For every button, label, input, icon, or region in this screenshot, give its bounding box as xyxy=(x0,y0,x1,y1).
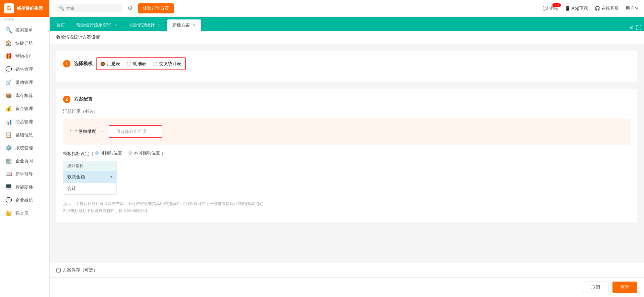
metrics-total: 合计 xyxy=(63,183,116,194)
message-badge: 99+ xyxy=(552,3,561,7)
search-input[interactable] xyxy=(66,6,113,11)
search-icon: 🔍 xyxy=(59,6,64,11)
metrics-label: 模板指标设定（ 可拖动位置 不可拖动位置 ） xyxy=(63,150,631,157)
step2-card: 2 方案配置 汇总维度（必选） * * 纵向维度 → 请选择分组维度 xyxy=(56,89,637,222)
template-options: 汇总表 明细表 交叉统计表 xyxy=(96,57,186,70)
sidebar-item-purchase[interactable]: 🛒 采购管理 xyxy=(0,76,49,89)
page-header: 收款情况统计方案设置 xyxy=(50,31,644,44)
save-option[interactable]: 方案保存（可选） xyxy=(56,267,98,273)
crown-icon: 👑 xyxy=(5,210,12,216)
radio-cross[interactable]: 交叉统计表 xyxy=(153,61,181,67)
tab-collection[interactable]: 收款情况统计 ✕ xyxy=(123,19,166,31)
settings-icon[interactable]: ⚙ xyxy=(127,5,133,12)
non-draggable-legend: 不可拖动位置 xyxy=(128,150,160,156)
sidebar-item-basics[interactable]: 📋 基础信息 xyxy=(0,128,49,141)
tab-home[interactable]: 首页 xyxy=(51,19,70,31)
message-badge-wrap[interactable]: 💬 消息 99+ xyxy=(543,5,558,11)
sidebar-item-marketing[interactable]: 🎁 营销推广 xyxy=(0,50,49,63)
step2-num: 2 xyxy=(63,96,70,103)
radio-summary-label: 汇总表 xyxy=(107,61,120,67)
sidebar-item-weixin[interactable]: 💬 企业微信 xyxy=(0,194,49,207)
search-icon: 🔍 xyxy=(5,27,12,33)
book-icon: 📖 xyxy=(5,171,12,177)
dimension-placeholder: 请选择分组维度 xyxy=(116,129,147,134)
app-download-label: App下载 xyxy=(572,5,588,11)
tab-collection-close-icon[interactable]: ✕ xyxy=(158,23,161,28)
sidebar-item-search[interactable]: 🔍 搜索菜单 xyxy=(0,23,49,37)
app-download-wrap[interactable]: 📱 App下载 xyxy=(565,5,588,11)
monitor-icon: 🖥️ xyxy=(5,184,12,190)
tab-bank-close-icon[interactable]: ✕ xyxy=(114,23,117,28)
sidebar-item-label: 营销推广 xyxy=(15,53,33,59)
box-icon: 📦 xyxy=(5,92,12,99)
close-window-icon[interactable]: ✕ xyxy=(629,24,633,31)
step2-header: 2 方案配置 xyxy=(63,96,631,103)
sidebar-item-hardware[interactable]: 🖥️ 智能硬件 xyxy=(0,181,49,194)
sidebar-item-label: 库存核算 xyxy=(15,93,33,99)
cell-label: 收款金额 xyxy=(67,174,85,180)
dimension-selector[interactable]: 请选择分组维度 xyxy=(109,125,162,138)
cancel-button[interactable]: 取消 xyxy=(583,282,608,293)
tab-bank[interactable]: 现金银行流水查询 ✕ xyxy=(71,19,123,31)
industry-button[interactable]: 体验行业方案 xyxy=(138,3,174,13)
save-checkbox[interactable] xyxy=(56,268,61,273)
sidebar-item-operations[interactable]: 📊 经营管理 xyxy=(0,115,49,128)
sidebar-item-member[interactable]: 👑 畅会员 xyxy=(0,207,49,220)
chat-icon: 💬 xyxy=(5,66,12,72)
step1-header: 1 选择模板 汇总表 明细表 交叉统计表 xyxy=(63,57,631,70)
tab-home-label: 首页 xyxy=(56,22,65,28)
tab-new-plan[interactable]: 新建方案 ✕ xyxy=(167,19,201,31)
step1-title: 选择模板 xyxy=(74,61,93,67)
sidebar-item-system[interactable]: ⚙️ 系统管理 xyxy=(0,141,49,154)
cart-icon: 🛒 xyxy=(5,79,12,86)
logo-text: 畅捷通好生意 xyxy=(17,5,43,11)
tab-collection-label: 收款情况统计 xyxy=(129,22,155,28)
maximize-icon[interactable]: ⛶ xyxy=(636,25,641,31)
building-icon: 🏢 xyxy=(5,158,12,164)
sidebar-item-inventory[interactable]: 📦 库存核算 xyxy=(0,89,49,102)
page-title: 收款情况统计方案设置 xyxy=(56,35,100,40)
draggable-legend: 可拖动位置 xyxy=(95,150,122,156)
sidebar-item-enterprise[interactable]: 🏢 企业协同 xyxy=(0,154,49,167)
logo-icon: B xyxy=(4,3,14,13)
gift-icon: 🎁 xyxy=(5,53,12,59)
home-icon: 🏠 xyxy=(5,40,12,46)
tab-new-plan-close-icon[interactable]: ✕ xyxy=(193,23,196,28)
metrics-table: 统计指标 收款金额 ▾ 合计 xyxy=(63,161,117,195)
radio-detail[interactable]: 明细表 xyxy=(127,61,146,67)
sidebar-logo: B 畅捷通好生意 xyxy=(0,0,49,17)
required-asterisk: * xyxy=(70,129,71,134)
wechat-icon: 💬 xyxy=(5,197,12,203)
mobile-icon: 📱 xyxy=(565,6,570,11)
sidebar-badge: 标准版 xyxy=(0,17,49,23)
list-icon: 📋 xyxy=(5,132,12,138)
sidebar-item-finance[interactable]: 💰 资金管理 xyxy=(0,102,49,115)
sidebar-item-quicknav[interactable]: 🏠 快捷导航 xyxy=(0,37,49,50)
tips-area: 提示： 1.拖动标题栏可以调整布局，不可跨维度或指标区域拖动栏目字段(只能在同一… xyxy=(63,201,631,214)
sidebar-item-newbie[interactable]: 📖 新手引导 xyxy=(0,167,49,181)
query-button[interactable]: 查询 xyxy=(612,282,637,293)
sidebar-item-label: 企业微信 xyxy=(15,197,33,203)
gear-icon: ⚙️ xyxy=(5,145,12,151)
save-label: 方案保存（可选） xyxy=(63,267,98,273)
radio-summary[interactable]: 汇总表 xyxy=(101,61,120,67)
chevron-down-icon[interactable]: ▾ xyxy=(110,175,112,179)
radio-summary-input[interactable] xyxy=(101,62,105,66)
sidebar-item-label: 采购管理 xyxy=(15,80,33,86)
topbar: 🔍 ⚙ 体验行业方案 💬 消息 99+ 📱 App下载 🎧 在线客服 用户名 xyxy=(50,0,644,17)
search-box[interactable]: 🔍 xyxy=(55,4,122,12)
dimension-label: 汇总维度（必选） xyxy=(63,108,631,114)
sidebar-item-label: 销售管理 xyxy=(15,66,33,72)
radio-detail-input[interactable] xyxy=(127,62,131,66)
tab-new-plan-label: 新建方案 xyxy=(172,22,190,28)
sidebar-item-label: 资金管理 xyxy=(15,106,33,112)
main-area: 🔍 ⚙ 体验行业方案 💬 消息 99+ 📱 App下载 🎧 在线客服 用户名 首… xyxy=(50,0,644,297)
online-service-wrap[interactable]: 🎧 在线客服 xyxy=(595,5,619,11)
metrics-cell-amount[interactable]: 收款金额 ▾ xyxy=(63,171,116,183)
sidebar-item-label: 系统管理 xyxy=(15,145,33,151)
vertical-dim-label: * 纵向维度 xyxy=(75,129,96,135)
sidebar-item-sales[interactable]: 💬 销售管理 xyxy=(0,63,49,76)
radio-cross-input[interactable] xyxy=(153,62,157,66)
step1-num: 1 xyxy=(63,60,70,67)
tabs-actions: ✕ ⛶ xyxy=(629,24,644,31)
